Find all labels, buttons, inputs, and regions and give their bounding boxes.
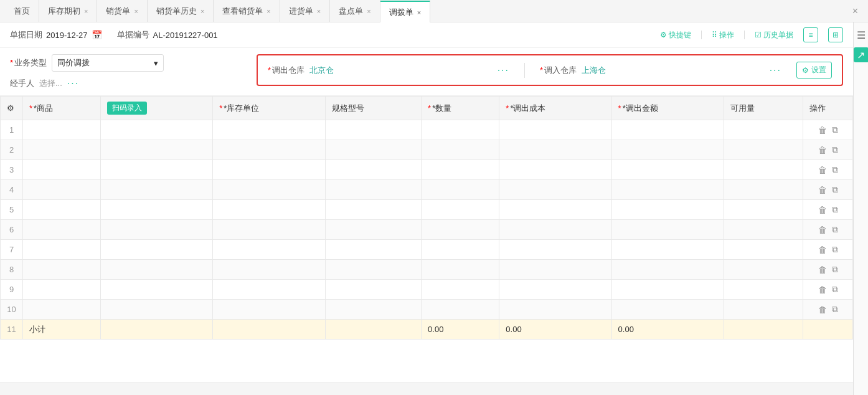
tab-transfer-order[interactable]: 调拨单 × bbox=[380, 1, 430, 23]
header-toolbar: ⚙ 快捷键 ⠿ 操作 ☑ 历史单据 ≡ ⊞ bbox=[660, 27, 843, 42]
table-cell bbox=[213, 220, 325, 240]
delete-icon[interactable]: 🗑 bbox=[818, 125, 827, 135]
shortcut-button[interactable]: ⚙ 快捷键 bbox=[660, 30, 691, 40]
row-number: 2 bbox=[1, 140, 23, 160]
op-column[interactable]: 🗑 ⧉ bbox=[803, 220, 853, 240]
tab-purchase-order[interactable]: 进货单 × bbox=[280, 0, 330, 22]
delete-icon[interactable]: 🗑 bbox=[818, 305, 827, 315]
op-column[interactable]: 🗑 ⧉ bbox=[803, 140, 853, 160]
op-column[interactable]: 🗑 ⧉ bbox=[803, 260, 853, 280]
operation-button[interactable]: ⠿ 操作 bbox=[712, 30, 734, 40]
table-cell[interactable] bbox=[23, 120, 101, 140]
tab-sales-order[interactable]: 销货单 × bbox=[97, 0, 147, 22]
warehouse-in-more-button[interactable]: ··· bbox=[770, 65, 781, 76]
tab-inventory-check[interactable]: 盘点单 × bbox=[330, 0, 380, 22]
copy-icon[interactable]: ⧉ bbox=[832, 244, 838, 255]
op-column[interactable]: 🗑 ⧉ bbox=[803, 300, 853, 320]
table-cell[interactable] bbox=[23, 220, 101, 240]
date-field: 单据日期 2019-12-27 📅 bbox=[10, 29, 102, 40]
operator-input[interactable]: 选择... bbox=[39, 78, 62, 89]
subtotal-cell: 0.00 bbox=[422, 320, 499, 340]
table-cell bbox=[499, 160, 611, 180]
tab-home[interactable]: 首页 bbox=[5, 0, 39, 22]
op-column[interactable]: 🗑 ⧉ bbox=[803, 200, 853, 220]
col-header-scan[interactable]: 扫码录入 bbox=[101, 97, 213, 120]
close-icon[interactable]: × bbox=[84, 7, 88, 15]
warehouse-out-value: 北京仓 bbox=[309, 65, 334, 76]
close-icon[interactable]: × bbox=[267, 7, 270, 15]
col-header-settings[interactable]: ⚙ bbox=[1, 97, 23, 120]
layout-btn-1[interactable]: ≡ bbox=[803, 27, 818, 42]
delete-icon[interactable]: 🗑 bbox=[818, 165, 827, 175]
table-cell bbox=[101, 140, 213, 160]
table-cell bbox=[325, 240, 422, 260]
layout-btn-2[interactable]: ⊞ bbox=[828, 27, 843, 42]
copy-icon[interactable]: ⧉ bbox=[832, 184, 838, 195]
shortcut-icon: ⚙ bbox=[660, 31, 667, 39]
operation-icon: ⠿ bbox=[712, 31, 717, 39]
op-column[interactable]: 🗑 ⧉ bbox=[803, 240, 853, 260]
operator-more-button[interactable]: ··· bbox=[67, 78, 79, 89]
tab-view-sales[interactable]: 查看销货单 × bbox=[214, 0, 280, 22]
op-column[interactable]: 🗑 ⧉ bbox=[803, 160, 853, 180]
op-column[interactable]: 🗑 ⧉ bbox=[803, 280, 853, 300]
delete-icon[interactable]: 🗑 bbox=[818, 205, 827, 215]
copy-icon[interactable]: ⧉ bbox=[832, 224, 838, 235]
table-cell[interactable] bbox=[23, 140, 101, 160]
warehouse-divider bbox=[524, 63, 525, 78]
copy-icon[interactable]: ⧉ bbox=[832, 264, 838, 275]
window-close-button[interactable]: × bbox=[847, 6, 863, 17]
subtotal-cell bbox=[724, 320, 803, 340]
table-cell bbox=[422, 280, 499, 300]
scan-button[interactable]: 扫码录入 bbox=[107, 102, 147, 115]
close-icon[interactable]: × bbox=[367, 7, 370, 15]
table-cell[interactable] bbox=[23, 300, 101, 320]
tab-sales-history[interactable]: 销货单历史 × bbox=[148, 0, 214, 22]
copy-icon[interactable]: ⧉ bbox=[832, 125, 838, 135]
sidebar-notes-icon[interactable]: ☰ bbox=[854, 27, 869, 42]
table-cell[interactable] bbox=[23, 260, 101, 280]
table-cell[interactable] bbox=[23, 280, 101, 300]
copy-icon[interactable]: ⧉ bbox=[832, 284, 838, 295]
table-cell bbox=[499, 240, 611, 260]
table-cell bbox=[724, 180, 803, 200]
delete-icon[interactable]: 🗑 bbox=[818, 245, 827, 255]
close-icon[interactable]: × bbox=[417, 9, 421, 16]
warehouse-box: *调出仓库 北京仓 ··· *调入仓库 上海仓 ··· ⚙ bbox=[257, 54, 843, 86]
table-cell bbox=[499, 120, 611, 140]
subtotal-cell: 0.00 bbox=[611, 320, 724, 340]
table-cell[interactable] bbox=[23, 240, 101, 260]
table-cell bbox=[611, 120, 724, 140]
table-cell bbox=[422, 140, 499, 160]
table-cell[interactable] bbox=[23, 160, 101, 180]
dropdown-icon: ▾ bbox=[154, 59, 158, 68]
warehouse-out-more-button[interactable]: ··· bbox=[498, 65, 509, 76]
table-cell bbox=[611, 260, 724, 280]
copy-icon[interactable]: ⧉ bbox=[832, 304, 838, 315]
delete-icon[interactable]: 🗑 bbox=[818, 265, 827, 275]
business-type-select[interactable]: 同价调拨 ▾ bbox=[52, 54, 164, 72]
delete-icon[interactable]: 🗑 bbox=[818, 225, 827, 235]
close-icon[interactable]: × bbox=[134, 7, 138, 15]
op-column[interactable]: 🗑 ⧉ bbox=[803, 120, 853, 140]
copy-icon[interactable]: ⧉ bbox=[832, 204, 838, 215]
table-cell bbox=[724, 160, 803, 180]
close-icon[interactable]: × bbox=[317, 7, 321, 15]
table-cell bbox=[213, 120, 325, 140]
sidebar-link-icon[interactable]: ↗ bbox=[854, 47, 869, 62]
delete-icon[interactable]: 🗑 bbox=[818, 145, 827, 155]
close-icon[interactable]: × bbox=[200, 7, 204, 15]
calendar-icon[interactable]: 📅 bbox=[92, 30, 102, 40]
table-cell[interactable] bbox=[23, 200, 101, 220]
delete-icon[interactable]: 🗑 bbox=[818, 285, 827, 295]
op-column[interactable]: 🗑 ⧉ bbox=[803, 180, 853, 200]
history-button[interactable]: ☑ 历史单据 bbox=[755, 30, 793, 40]
row-number: 7 bbox=[1, 240, 23, 260]
copy-icon[interactable]: ⧉ bbox=[832, 164, 838, 175]
settings-button[interactable]: ⚙ 设置 bbox=[796, 62, 832, 79]
table-cell bbox=[724, 120, 803, 140]
table-cell[interactable] bbox=[23, 180, 101, 200]
copy-icon[interactable]: ⧉ bbox=[832, 145, 838, 155]
tab-inventory-init[interactable]: 库存期初 × bbox=[39, 0, 97, 22]
delete-icon[interactable]: 🗑 bbox=[818, 185, 827, 195]
